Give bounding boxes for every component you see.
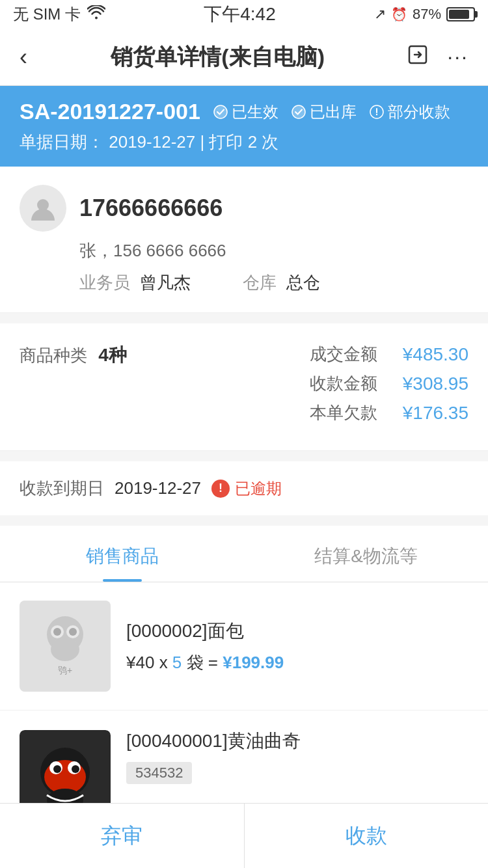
- due-amount: ¥176.35: [390, 403, 468, 424]
- warehouse-label: 仓库: [243, 273, 277, 292]
- tab-bar: 销售商品 结算&物流等: [0, 526, 488, 582]
- tab-settlement[interactable]: 结算&物流等: [244, 526, 488, 582]
- carrier-label: 无 SIM 卡: [13, 4, 81, 25]
- status-right: ↗ ⏰ 87%: [374, 6, 475, 23]
- due-date-label: 收款到期日: [20, 477, 104, 500]
- product-price-1: ¥40 x 5 袋 = ¥199.99: [126, 651, 468, 674]
- customer-name-phone: 张，156 6666 6666: [79, 239, 468, 262]
- due-date-value: 2019-12-27: [115, 478, 201, 498]
- page-title: 销货单详情(来自电脑): [111, 42, 325, 72]
- wifi-icon: [87, 5, 105, 23]
- status-bar: 无 SIM 卡 下午4:42 ↗ ⏰ 87%: [0, 0, 488, 29]
- svg-text:鸮+: 鸮+: [58, 665, 72, 675]
- product-name-1: [0000002]面包: [126, 619, 468, 644]
- svg-point-1: [214, 105, 227, 118]
- order-date-row: 单据日期： 2019-12-27 | 打印 2 次: [20, 131, 468, 154]
- battery-icon: [446, 7, 475, 21]
- product-name-2: [000400001]黄油曲奇: [126, 729, 468, 753]
- amount-info: 成交金额 ¥485.30 收款金额 ¥308.95 本单欠款 ¥176.35: [310, 343, 468, 431]
- customer-phone: 17666666666: [79, 195, 223, 222]
- svg-point-2: [292, 105, 305, 118]
- sales-name: 曾凡杰: [140, 273, 191, 292]
- received-amount: ¥308.95: [390, 373, 468, 394]
- order-header-banner: SA-20191227-001 已生效 已出库 部分收款 单据日期：: [0, 86, 488, 167]
- status-shipped: 已出库: [291, 102, 357, 122]
- svg-point-11: [69, 628, 77, 636]
- category-info: 商品种类 4种: [20, 343, 127, 431]
- customer-section: 17666666666 张，156 6666 6666 业务员 曾凡杰 仓库 总…: [0, 167, 488, 313]
- back-button[interactable]: ‹: [20, 44, 27, 71]
- order-id: SA-20191227-001: [20, 99, 200, 124]
- received-label: 收款金额: [310, 372, 377, 395]
- product-info-1: [0000002]面包 ¥40 x 5 袋 = ¥199.99: [126, 619, 468, 674]
- more-icon[interactable]: ···: [447, 45, 468, 69]
- due-date-section: 收款到期日 2019-12-27 ! 已逾期: [0, 461, 488, 515]
- product-sku-2: 534532: [126, 762, 192, 784]
- status-effective: 已生效: [213, 102, 278, 122]
- nav-right-icons: ···: [408, 45, 468, 69]
- collect-payment-button[interactable]: 收款: [245, 804, 489, 868]
- bottom-action-bar: 弃审 收款: [0, 803, 488, 868]
- deal-label: 成交金额: [310, 343, 377, 366]
- warehouse-name: 总仓: [286, 273, 320, 292]
- overdue-text: 已逾期: [235, 478, 282, 499]
- customer-avatar: [20, 185, 66, 232]
- svg-point-20: [72, 765, 79, 773]
- svg-point-4: [376, 113, 377, 115]
- battery-percent: 87%: [413, 6, 441, 23]
- overdue-dot-icon: !: [211, 480, 230, 498]
- time-label: 下午4:42: [204, 2, 276, 27]
- share-icon[interactable]: [408, 45, 427, 69]
- summary-section: 商品种类 4种 成交金额 ¥485.30 收款金额 ¥308.95 本单欠款 ¥…: [0, 323, 488, 451]
- svg-point-12: [51, 638, 79, 661]
- status-left: 无 SIM 卡: [13, 4, 105, 25]
- reject-button[interactable]: 弃审: [0, 804, 245, 868]
- alarm-icon: ⏰: [391, 7, 407, 22]
- svg-point-10: [53, 628, 61, 636]
- product-image-1: 鸮+: [20, 601, 111, 692]
- customer-meta: 业务员 曾凡杰 仓库 总仓: [79, 271, 468, 294]
- due-amount-label: 本单欠款: [310, 401, 377, 424]
- deal-amount: ¥485.30: [390, 344, 468, 365]
- product-item: 鸮+ [0000002]面包 ¥40 x 5 袋 = ¥199.99: [0, 582, 488, 711]
- location-icon: ↗: [374, 6, 386, 23]
- status-partial-payment: 部分收款: [370, 102, 450, 122]
- tab-sales-products[interactable]: 销售商品: [0, 526, 244, 582]
- sales-label: 业务员: [79, 273, 130, 292]
- nav-bar: ‹ 销货单详情(来自电脑) ···: [0, 29, 488, 86]
- overdue-badge: ! 已逾期: [211, 478, 282, 499]
- svg-point-19: [53, 765, 61, 773]
